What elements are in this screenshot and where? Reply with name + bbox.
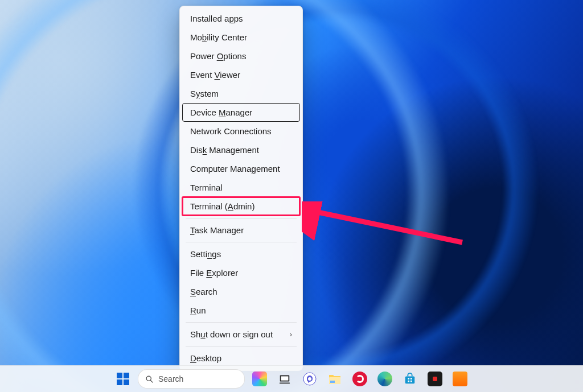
menu-separator xyxy=(186,322,297,323)
menu-item-label: Network Connections xyxy=(190,122,272,141)
menu-item-search[interactable]: Search xyxy=(182,282,300,301)
chevron-right-icon: › xyxy=(290,325,292,344)
svg-rect-19 xyxy=(410,381,412,382)
menu-item-shut-down-or-sign-out[interactable]: Shut down or sign out› xyxy=(182,325,300,344)
svg-rect-18 xyxy=(408,381,409,382)
menu-item-computer-management[interactable]: Computer Management xyxy=(182,159,300,178)
menu-item-label: Power Options xyxy=(190,47,246,65)
menu-item-mobility-center[interactable]: Mobility Center xyxy=(182,28,300,47)
svg-rect-9 xyxy=(280,382,290,383)
svg-line-6 xyxy=(150,380,153,382)
menu-item-label: Disk Management xyxy=(190,141,259,159)
svg-rect-14 xyxy=(330,381,335,383)
menu-separator xyxy=(186,346,297,346)
menu-item-system[interactable]: System xyxy=(182,84,300,103)
menu-item-label: Run xyxy=(190,301,206,320)
menu-item-label: System xyxy=(190,84,219,103)
taskbar-app-red[interactable] xyxy=(350,369,370,389)
menu-separator xyxy=(186,242,297,242)
svg-point-12 xyxy=(308,377,311,381)
svg-rect-17 xyxy=(410,378,412,379)
menu-item-network-connections[interactable]: Network Connections xyxy=(182,122,300,141)
svg-rect-1 xyxy=(117,373,122,378)
menu-item-label: File Explorer xyxy=(190,263,238,282)
taskbar-app-chat[interactable] xyxy=(299,369,320,389)
menu-item-terminal-admin[interactable]: Terminal (Admin) xyxy=(182,197,300,216)
menu-item-label: Task Manager xyxy=(190,221,244,240)
search-icon xyxy=(145,375,154,383)
menu-item-label: Terminal (Admin) xyxy=(190,197,254,216)
svg-rect-4 xyxy=(124,379,129,385)
menu-item-task-manager[interactable]: Task Manager xyxy=(182,221,300,240)
menu-item-label: Installed apps xyxy=(190,9,243,28)
taskbar-edge[interactable] xyxy=(375,369,395,389)
taskbar-search[interactable]: Search xyxy=(138,369,245,389)
menu-item-label: Device Manager xyxy=(190,103,252,122)
taskbar-store[interactable] xyxy=(400,369,420,389)
menu-item-label: Mobility Center xyxy=(190,28,247,47)
svg-rect-16 xyxy=(408,378,409,379)
menu-item-power-options[interactable]: Power Options xyxy=(182,47,300,65)
svg-rect-3 xyxy=(117,379,122,385)
menu-item-file-explorer[interactable]: File Explorer xyxy=(182,263,300,282)
start-button[interactable] xyxy=(113,369,133,389)
menu-item-run[interactable]: Run xyxy=(182,301,300,320)
taskbar: Search xyxy=(0,365,583,392)
svg-rect-15 xyxy=(405,376,415,383)
menu-item-event-viewer[interactable]: Event Viewer xyxy=(182,65,300,84)
taskbar-app-orange[interactable] xyxy=(450,369,470,389)
menu-item-label: Terminal xyxy=(190,178,223,197)
menu-item-installed-apps[interactable]: Installed apps xyxy=(182,9,300,28)
svg-rect-8 xyxy=(281,376,289,380)
menu-item-label: Event Viewer xyxy=(190,65,240,84)
menu-item-terminal[interactable]: Terminal xyxy=(182,178,300,197)
search-placeholder: Search xyxy=(158,374,183,383)
menu-item-label: Settings xyxy=(190,245,221,263)
svg-rect-2 xyxy=(124,373,129,378)
menu-item-device-manager[interactable]: Device Manager xyxy=(182,103,300,122)
winx-context-menu: Installed appsMobility CenterPower Optio… xyxy=(179,6,303,371)
menu-item-label: Shut down or sign out xyxy=(190,325,273,344)
menu-item-label: Search xyxy=(190,282,217,301)
taskbar-file-explorer[interactable] xyxy=(325,369,345,389)
menu-item-settings[interactable]: Settings xyxy=(182,245,300,263)
taskbar-app-colorful[interactable] xyxy=(249,369,270,389)
task-view-button[interactable] xyxy=(274,369,295,389)
menu-item-disk-management[interactable]: Disk Management xyxy=(182,141,300,159)
menu-separator xyxy=(186,218,297,218)
taskbar-app-dark[interactable] xyxy=(425,369,445,389)
menu-item-label: Computer Management xyxy=(190,159,280,178)
